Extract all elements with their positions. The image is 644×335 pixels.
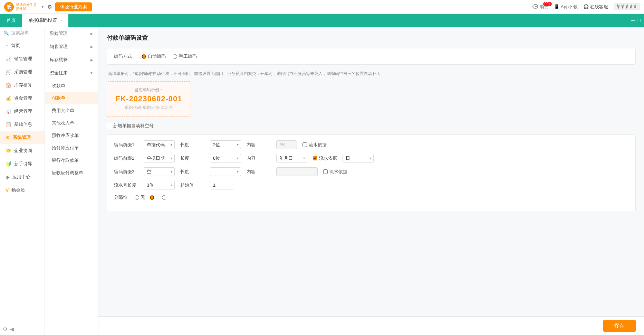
separator-radio-group: 无 · · bbox=[135, 194, 169, 201]
sep-dot-label[interactable]: · bbox=[162, 195, 169, 200]
sub-group-purchase-title[interactable]: 采购管理 ▶ bbox=[45, 27, 98, 40]
sub-item-prepay-receivable[interactable]: 预收冲应收单 bbox=[45, 129, 98, 142]
sub-group-fund-title[interactable]: 资金往来 ▼ bbox=[45, 66, 98, 80]
serial-length-row: 流水号长度 2位 3位 4位 5位 ▾ 起始值 bbox=[114, 181, 628, 189]
sep-dash-radio[interactable] bbox=[150, 195, 154, 200]
sidebar-item-basic[interactable]: 📋 基础信息 bbox=[0, 118, 45, 131]
prefix1-serial-check[interactable] bbox=[302, 142, 307, 147]
prefix2-length-select[interactable]: 4位 6位 8位 bbox=[210, 154, 241, 162]
prefix2-content-select-wrapper[interactable]: 年月日 年月 年 ▾ bbox=[276, 154, 307, 162]
settings-bottom-icon[interactable]: ⚙ bbox=[3, 326, 7, 332]
tab-encode-settings[interactable]: 单据编码设置 × bbox=[22, 14, 68, 27]
user-area[interactable]: 某某某某某 bbox=[614, 3, 640, 10]
prefix3-length-select-wrapper[interactable]: — 2位 4位 ▾ bbox=[210, 167, 241, 176]
sub-item-receipt[interactable]: 收款单 bbox=[45, 80, 98, 92]
page-title: 付款单编码设置 bbox=[107, 34, 636, 42]
prefix3-length-select[interactable]: — 2位 4位 bbox=[210, 167, 241, 176]
prefix2-serial-unit-select[interactable]: 日 月 年 bbox=[343, 154, 374, 162]
member-icon: V bbox=[6, 187, 9, 193]
sub-item-prepay-payment[interactable]: 预付冲应付单 bbox=[45, 142, 98, 154]
tab-home[interactable]: 首页 bbox=[0, 14, 22, 27]
online-service-button[interactable]: 🎧 在线客服 bbox=[583, 4, 608, 10]
sidebar-item-system[interactable]: ⚙ 系统管理 bbox=[0, 131, 45, 144]
sidebar-item-finance[interactable]: 💰 资金管理 bbox=[0, 92, 45, 105]
sidebar-item-home[interactable]: ⌂ 首页 bbox=[0, 39, 45, 52]
window-controls: ─ □ bbox=[631, 17, 644, 24]
sub-group-inventory-title[interactable]: 库存核算 ▶ bbox=[45, 53, 98, 66]
sub-item-payment[interactable]: 付款单 bbox=[45, 92, 98, 104]
sidebar-item-inventory[interactable]: 🏠 库存核算 bbox=[0, 78, 45, 92]
prefix3-serial-check[interactable] bbox=[323, 169, 328, 174]
maximize-icon[interactable]: □ bbox=[637, 17, 641, 24]
prefix2-length-select-wrapper[interactable]: 4位 6位 8位 ▾ bbox=[210, 154, 241, 162]
prefix2-type-select-wrapper[interactable]: 单据代码 单据日期 空 ▾ bbox=[144, 154, 175, 162]
prefix1-type-select-wrapper[interactable]: 单据代码 单据日期 空 部门 业务员 ▾ bbox=[144, 140, 175, 149]
prefix2-content-select[interactable]: 年月日 年月 年 bbox=[276, 154, 307, 162]
sidebar-item-apps[interactable]: ◉ 应用中心 bbox=[0, 170, 45, 184]
sep-none-radio[interactable] bbox=[135, 195, 139, 200]
sub-group-inventory: 库存核算 ▶ bbox=[45, 53, 98, 66]
gear-icon[interactable]: ⚙ bbox=[47, 4, 52, 10]
tab-close-icon[interactable]: × bbox=[60, 18, 62, 22]
prefix3-content-label: 内容 bbox=[247, 169, 271, 175]
auto-encode-radio[interactable] bbox=[142, 54, 146, 59]
finance-icon: 💰 bbox=[6, 95, 11, 101]
sidebar-item-sales[interactable]: 📈 销售管理 bbox=[0, 52, 45, 65]
sidebar-item-operation[interactable]: 📊 经营管理 bbox=[0, 105, 45, 118]
serial-start-input[interactable] bbox=[210, 181, 234, 189]
prefix2-serial-checkbox[interactable]: 流水依据 bbox=[313, 155, 337, 161]
serial-length-select[interactable]: 2位 3位 4位 5位 bbox=[144, 181, 175, 189]
collapse-icon[interactable]: ◀ bbox=[10, 326, 14, 332]
sidebar-item-purchase[interactable]: 🛒 采购管理 bbox=[0, 65, 45, 78]
sep-none-label[interactable]: 无 bbox=[135, 194, 145, 201]
separator-row: 分隔符 无 · · bbox=[114, 194, 628, 201]
prefix2-serial-check[interactable] bbox=[313, 156, 317, 160]
prefix1-length-select[interactable]: 2位 3位 4位 bbox=[210, 140, 241, 149]
prefix3-type-select-wrapper[interactable]: 单据代码 单据日期 空 ▾ bbox=[144, 167, 175, 176]
message-icon: 💬 bbox=[532, 4, 538, 9]
auto-fill-row: 新增单据自动补空号 bbox=[107, 123, 636, 129]
nav-tabs: 首页 单据编码设置 × ─ □ bbox=[0, 14, 644, 27]
purchase-icon: 🛒 bbox=[6, 69, 11, 75]
sub-group-sales: 销售管理 ▶ bbox=[45, 40, 98, 53]
serial-length-select-wrapper[interactable]: 2位 3位 4位 5位 ▾ bbox=[144, 181, 175, 189]
prefix3-serial-checkbox[interactable]: 流水依据 bbox=[323, 169, 347, 175]
prefix3-type-select[interactable]: 单据代码 单据日期 空 bbox=[144, 167, 175, 176]
form-section: 编码前缀1 单据代码 单据日期 空 部门 业务员 ▾ 长度 bbox=[107, 134, 636, 211]
home-icon: ⌂ bbox=[6, 43, 8, 48]
manual-encode-radio[interactable] bbox=[173, 54, 177, 59]
sub-group-sales-title[interactable]: 销售管理 ▶ bbox=[45, 40, 98, 53]
sep-dash-label[interactable]: · bbox=[150, 195, 157, 200]
manual-encode-label[interactable]: 手工编码 bbox=[173, 53, 197, 59]
code-example-box: 当前编码示例： FK-20230602-001 单据代码-单据日期-流水号 bbox=[107, 81, 191, 117]
minimize-icon[interactable]: ─ bbox=[631, 17, 635, 24]
app-download-button[interactable]: 📱 App下载 bbox=[554, 4, 578, 10]
prefix2-label: 编码前缀2 bbox=[114, 155, 138, 161]
sub-item-other-income[interactable]: 其他收入单 bbox=[45, 117, 98, 129]
auto-encode-label[interactable]: 自动编码 bbox=[142, 53, 166, 59]
save-button[interactable]: 保存 bbox=[603, 320, 636, 332]
sub-item-bank-deposit[interactable]: 银行存取款单 bbox=[45, 154, 98, 167]
sub-item-receivable-adj[interactable]: 应收应付调整单 bbox=[45, 167, 98, 179]
sep-dot-radio[interactable] bbox=[162, 195, 166, 200]
sub-item-expense[interactable]: 费用支出单 bbox=[45, 104, 98, 117]
prefix1-content-label: 内容 bbox=[247, 142, 271, 148]
operation-icon: 📊 bbox=[6, 109, 11, 114]
auto-fill-checkbox[interactable] bbox=[107, 124, 111, 128]
dropdown-arrow-icon[interactable]: ▾ bbox=[41, 4, 44, 9]
prefix1-type-select[interactable]: 单据代码 单据日期 空 部门 业务员 bbox=[144, 140, 175, 149]
sidebar-search[interactable]: 🔍 搜索菜单 bbox=[0, 27, 45, 39]
prefix1-length-select-wrapper[interactable]: 2位 3位 4位 ▾ bbox=[210, 140, 241, 149]
prefix2-type-select[interactable]: 单据代码 单据日期 空 bbox=[144, 154, 175, 162]
chevron-right-icon2: ▶ bbox=[90, 45, 93, 49]
sidebar-item-guide[interactable]: 🔰 新手引导 bbox=[0, 157, 45, 170]
prefix2-serial-unit-wrapper[interactable]: 日 月 年 ▾ bbox=[343, 154, 374, 162]
prefix3-label: 编码前缀3 bbox=[114, 169, 138, 175]
apps-icon: ◉ bbox=[6, 174, 10, 180]
prefix1-serial-checkbox[interactable]: 流水依据 bbox=[302, 142, 327, 148]
sidebar-item-cooperation[interactable]: 🤝 企业协同 bbox=[0, 144, 45, 157]
trial-button[interactable]: 体验行业方案 bbox=[55, 2, 92, 11]
prefix2-length-label: 长度 bbox=[180, 155, 204, 161]
sidebar-item-member[interactable]: V 畅会员 bbox=[0, 184, 45, 197]
message-button[interactable]: 💬 消息 99+ bbox=[532, 4, 548, 10]
